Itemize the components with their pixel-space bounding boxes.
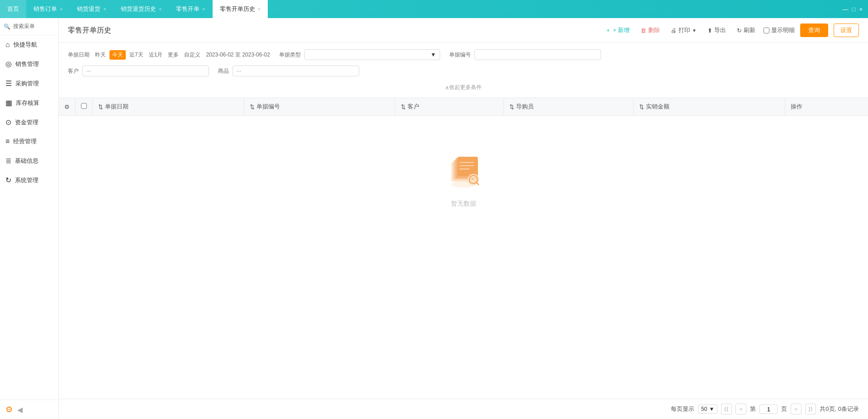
svg-point-11 xyxy=(471,178,474,180)
page-first-btn[interactable]: ⟨⟨ xyxy=(721,404,732,414)
customer-input[interactable] xyxy=(82,66,209,76)
th-date[interactable]: ⇅单据日期 xyxy=(93,98,244,116)
sidebar-item-system[interactable]: ↻系统管理 xyxy=(0,170,58,190)
tab-home[interactable]: 首页 xyxy=(0,0,26,18)
date-btn-更多[interactable]: 更多 xyxy=(166,50,180,60)
content-area: 零售开单历史 ＋ + 新增 🗑 删除 🖨 打印 ▼ ⬆ 导出 xyxy=(59,18,868,419)
th-sort-icon-date: ⇅ xyxy=(98,104,103,110)
tab-close-sales-return[interactable]: × xyxy=(103,6,106,12)
table-setting-icon[interactable]: ⚙ xyxy=(64,104,70,110)
setting-button[interactable]: 设置 xyxy=(834,24,859,37)
sidebar-item-basic-info[interactable]: ≣基础信息 xyxy=(0,151,58,170)
delete-button[interactable]: 🗑 删除 xyxy=(638,24,663,36)
date-btn-近1月[interactable]: 近1月 xyxy=(147,50,165,60)
per-page-value: 50 xyxy=(701,406,707,412)
th-customer[interactable]: ⇅客户 xyxy=(395,98,504,116)
window-min-btn[interactable]: — xyxy=(843,6,849,13)
show-detail-checkbox[interactable]: 显示明细 xyxy=(764,26,795,34)
sidebar-search[interactable]: 🔍 搜索采单 xyxy=(0,18,58,35)
print-button[interactable]: 🖨 打印 ▼ xyxy=(668,24,699,36)
sidebar-label-purchase-mgmt: 采购管理 xyxy=(15,80,39,88)
th-sort-amount[interactable]: ⇅实销金额 xyxy=(639,103,779,111)
page-label: 第 xyxy=(750,405,756,413)
sidebar-item-purchase-mgmt[interactable]: ☰采购管理 xyxy=(0,74,58,93)
delete-icon: 🗑 xyxy=(640,27,646,34)
tab-retail-open[interactable]: 零售开单 × xyxy=(169,0,212,18)
th-amount[interactable]: ⇅实销金额 xyxy=(634,98,785,116)
page-next-btn[interactable]: ＞ xyxy=(791,404,802,414)
tab-close-retail-open-history[interactable]: × xyxy=(258,6,261,12)
page-input[interactable] xyxy=(759,405,778,414)
table-area: ⚙⇅单据日期⇅单据编号⇅客户⇅导购员⇅实销金额操作 xyxy=(59,98,868,399)
window-max-btn[interactable]: □ xyxy=(852,6,856,13)
tab-close-sales-order[interactable]: × xyxy=(60,6,62,12)
goods-input[interactable] xyxy=(232,66,359,76)
window-close-btn[interactable]: × xyxy=(859,6,863,13)
tab-sales-return[interactable]: 销货退货 × xyxy=(70,0,113,18)
sidebar-item-quick-nav[interactable]: ⌂快捷导航 xyxy=(0,35,58,54)
top-bar: 首页销售订单 ×销货退货 ×销货退货历史 ×零售开单 ×零售开单历史 × — □… xyxy=(0,0,868,18)
tab-sales-order[interactable]: 销售订单 × xyxy=(26,0,70,18)
th-setting: ⚙ xyxy=(59,98,76,116)
refresh-button[interactable]: ↻ 刷新 xyxy=(734,24,758,36)
doc-type-arrow-icon: ▼ xyxy=(431,52,436,58)
goods-filter-group: 商品 xyxy=(218,66,359,76)
th-action: 操作 xyxy=(785,98,868,116)
doc-no-input[interactable] xyxy=(474,49,601,60)
date-btn-昨天[interactable]: 昨天 xyxy=(93,50,108,60)
show-detail-label: 显示明细 xyxy=(771,26,795,34)
per-page-select[interactable]: 50 ▼ xyxy=(698,405,717,414)
th-sort-doc_no[interactable]: ⇅单据编号 xyxy=(250,103,390,111)
show-detail-input[interactable] xyxy=(764,28,769,33)
date-filter-btns: 昨天今天近7天近1月更多自定义 xyxy=(93,50,202,60)
page-suffix: 页 xyxy=(781,405,787,413)
tab-retail-open-history[interactable]: 零售开单历史 × xyxy=(213,0,268,18)
add-button[interactable]: ＋ + 新增 xyxy=(602,24,632,36)
delete-label: 删除 xyxy=(648,26,660,34)
sidebar-icon-system: ↻ xyxy=(5,176,11,184)
export-icon: ⬆ xyxy=(707,27,712,34)
sidebar-bottom: ⚙ ◀ xyxy=(0,400,58,419)
date-btn-今天[interactable]: 今天 xyxy=(109,50,126,60)
sidebar-icon-inventory: ▦ xyxy=(5,99,12,107)
page-header: 零售开单历史 ＋ + 新增 🗑 删除 🖨 打印 ▼ ⬆ 导出 xyxy=(59,18,868,43)
date-filter-label: 单据日期 xyxy=(68,51,90,59)
th-salesperson[interactable]: ⇅导购员 xyxy=(504,98,634,116)
th-sort-salesperson[interactable]: ⇅导购员 xyxy=(509,103,628,111)
refresh-icon: ↻ xyxy=(737,27,742,34)
settings-icon[interactable]: ⚙ xyxy=(5,405,13,414)
select-all-checkbox[interactable] xyxy=(81,103,87,109)
export-button[interactable]: ⬆ 导出 xyxy=(705,24,729,36)
tab-close-retail-open[interactable]: × xyxy=(202,6,205,12)
th-sort-icon-doc_no: ⇅ xyxy=(250,104,255,110)
sidebar-item-inventory[interactable]: ▦库存核算 xyxy=(0,93,58,113)
collapse-bar[interactable]: ∧ 收起更多条件 xyxy=(68,82,859,95)
sidebar-item-sales-mgmt[interactable]: ◎销售管理 xyxy=(0,54,58,74)
doc-type-label: 单据类型 xyxy=(279,51,301,59)
query-button[interactable]: 查询 xyxy=(800,24,828,37)
doc-no-label: 单据编号 xyxy=(449,51,471,59)
page-last-btn[interactable]: ⟩⟩ xyxy=(805,404,816,414)
date-btn-近7天[interactable]: 近7天 xyxy=(128,50,145,60)
empty-state: 暂无数据 xyxy=(59,116,868,244)
sidebar-item-finance[interactable]: ⊙资金管理 xyxy=(0,113,58,132)
print-icon: 🖨 xyxy=(671,27,677,34)
page-prev-btn[interactable]: ＜ xyxy=(735,404,746,414)
refresh-label: 刷新 xyxy=(744,26,755,34)
add-icon: ＋ xyxy=(605,26,611,34)
print-arrow-icon: ▼ xyxy=(692,28,697,33)
sidebar-label-operation: 经营管理 xyxy=(13,137,37,146)
filter-bar: 单据日期 昨天今天近7天近1月更多自定义 2023-06-02 至 2023-0… xyxy=(59,43,868,98)
window-controls: — □ × xyxy=(837,6,868,13)
export-label: 导出 xyxy=(714,26,726,34)
th-sort-customer[interactable]: ⇅客户 xyxy=(401,103,498,111)
doc-type-select[interactable]: ▼ xyxy=(304,49,440,60)
filter-row-1: 单据日期 昨天今天近7天近1月更多自定义 2023-06-02 至 2023-0… xyxy=(68,49,859,60)
collapse-sidebar-icon[interactable]: ◀ xyxy=(17,405,23,414)
tab-close-sales-return-history[interactable]: × xyxy=(159,6,161,12)
sidebar-item-operation[interactable]: ≡经营管理 xyxy=(0,132,58,151)
th-sort-date[interactable]: ⇅单据日期 xyxy=(98,103,238,111)
date-btn-自定义[interactable]: 自定义 xyxy=(182,50,202,60)
th-doc_no[interactable]: ⇅单据编号 xyxy=(244,98,395,116)
tab-sales-return-history[interactable]: 销货退货历史 × xyxy=(114,0,169,18)
